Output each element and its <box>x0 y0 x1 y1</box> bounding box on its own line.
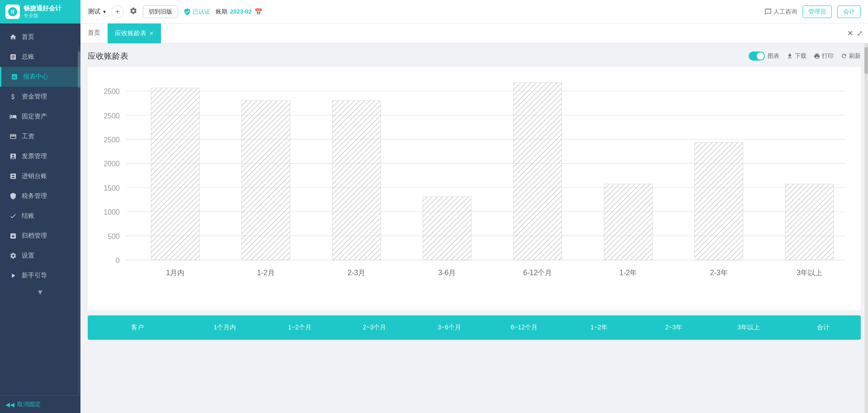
invoice-icon <box>9 152 17 160</box>
svg-text:2-3月: 2-3月 <box>348 268 365 277</box>
manager-button[interactable]: 管理员 <box>802 5 832 18</box>
svg-text:2000: 2000 <box>104 160 120 168</box>
svg-text:1-2年: 1-2年 <box>619 268 637 277</box>
svg-text:1月内: 1月内 <box>166 268 184 277</box>
company-name: 测试 <box>88 8 100 16</box>
tab-expand-button[interactable]: ⤢ <box>857 29 863 38</box>
certified-badge: 已认证 <box>184 8 210 16</box>
app-name: 畅捷通好会计 <box>24 5 61 12</box>
close-period-icon <box>9 212 17 220</box>
page-title: 应收账龄表 <box>88 51 749 61</box>
sidebar-item-guide[interactable]: 新手引导 <box>0 266 80 286</box>
svg-text:2500: 2500 <box>104 136 120 144</box>
fund-icon <box>9 93 17 101</box>
app-logo: 畅捷通好会计 专业版 <box>0 0 80 23</box>
download-button[interactable]: 下载 <box>787 52 807 60</box>
scrollbar-thumb[interactable] <box>864 47 868 74</box>
switch-version-button[interactable]: 切到旧版 <box>143 5 178 18</box>
tab-home-label: 首页 <box>88 29 100 37</box>
settings-gear-button[interactable] <box>129 7 137 17</box>
sidebar-item-inventory-label: 进销台账 <box>22 172 47 180</box>
sidebar-item-invoice[interactable]: 发票管理 <box>0 146 80 166</box>
period-display: 账期 2023-02 📅 <box>216 8 262 16</box>
sidebar-unpin-btn[interactable]: ◀◀ 取消固定 <box>0 395 80 413</box>
refresh-button[interactable]: 刷新 <box>841 52 861 60</box>
sidebar-item-ledger[interactable]: 总账 <box>0 47 80 67</box>
main-scrollbar[interactable] <box>864 43 868 413</box>
period-value: 2023-02 <box>230 8 252 15</box>
svg-text:0: 0 <box>116 256 120 264</box>
svg-rect-17 <box>151 88 199 260</box>
app-edition: 专业版 <box>24 12 61 19</box>
main-content: 应收账龄表 图表 下载 打印 刷新 2500 2500 <box>80 43 868 413</box>
ledger-icon <box>9 53 17 61</box>
svg-rect-27 <box>604 184 652 260</box>
archive-icon <box>9 232 17 240</box>
topbar: 测试 ▾ + 切到旧版 已认证 账期 2023-02 📅 人工咨询 管理员 会计 <box>80 0 868 23</box>
svg-rect-23 <box>423 197 471 260</box>
unpin-label: 取消固定 <box>17 400 41 408</box>
sidebar-item-fund[interactable]: 资金管理 <box>0 87 80 107</box>
sidebar-item-reports-label: 报表中心 <box>23 73 48 81</box>
consult-button[interactable]: 人工咨询 <box>764 8 797 16</box>
svg-rect-19 <box>242 101 290 260</box>
sidebar-item-close-label: 结账 <box>22 212 34 220</box>
certified-label: 已认证 <box>193 8 210 16</box>
salary-icon <box>9 132 17 141</box>
sidebar-item-reports[interactable]: 报表中心 <box>0 67 80 87</box>
tab-aging-label: 应收账龄表 <box>115 29 146 38</box>
bar-chart: 2500 2500 2500 2000 1500 1000 500 0 <box>97 76 852 299</box>
logo-icon <box>5 5 20 19</box>
tabbar-actions: ✕ ⤢ <box>842 29 868 38</box>
svg-text:2500: 2500 <box>104 87 120 95</box>
chart-container: 2500 2500 2500 2000 1500 1000 500 0 <box>88 67 861 310</box>
sidebar-item-ledger-label: 总账 <box>22 53 34 61</box>
sidebar-item-settings-label: 设置 <box>22 252 34 260</box>
sidebar-item-salary[interactable]: 工资 <box>0 127 80 146</box>
add-button[interactable]: + <box>111 5 124 18</box>
sidebar-item-assets[interactable]: 固定资产 <box>0 107 80 127</box>
svg-text:2-3年: 2-3年 <box>710 268 727 277</box>
svg-text:500: 500 <box>108 232 120 240</box>
tab-aging-close-icon[interactable]: ✕ <box>149 30 154 37</box>
svg-text:1500: 1500 <box>104 184 120 192</box>
sidebar-item-settings[interactable]: 设置 <box>0 246 80 266</box>
chart-toggle-label: 图表 <box>768 52 779 60</box>
table-col-1-2m: 1~2个月 <box>262 315 337 340</box>
page-header: 应收账龄表 图表 下载 打印 刷新 <box>88 51 861 61</box>
assets-icon <box>9 113 17 121</box>
svg-rect-21 <box>332 101 381 260</box>
sidebar: 畅捷通好会计 专业版 首页 总账 <box>0 0 80 413</box>
role-button[interactable]: 会计 <box>837 5 861 18</box>
sidebar-item-assets-label: 固定资产 <box>22 113 47 121</box>
table-header: 客户 1个月内 1~2个月 2~3个月 3~6个月 6~12个月 1~2年 2~… <box>88 315 861 340</box>
print-button[interactable]: 打印 <box>814 52 834 60</box>
sidebar-item-tax[interactable]: 税务管理 <box>0 186 80 206</box>
calendar-icon: 📅 <box>255 8 262 15</box>
sidebar-item-home[interactable]: 首页 <box>0 27 80 47</box>
company-chevron-icon: ▾ <box>103 9 106 15</box>
tab-close-button[interactable]: ✕ <box>847 29 853 38</box>
company-selector[interactable]: 测试 ▾ <box>88 8 106 16</box>
sidebar-item-archive[interactable]: 归档管理 <box>0 226 80 246</box>
sidebar-item-tax-label: 税务管理 <box>22 192 47 200</box>
chart-toggle[interactable] <box>749 52 765 61</box>
svg-rect-25 <box>514 83 562 260</box>
sidebar-scroll-down[interactable]: ▼ <box>0 286 80 299</box>
inventory-icon <box>9 172 17 180</box>
sidebar-item-inventory[interactable]: 进销台账 <box>0 166 80 186</box>
table-col-2-3y: 2~3年 <box>637 315 711 340</box>
table-col-1m: 1个月内 <box>188 315 262 340</box>
table-col-total: 合计 <box>786 315 861 340</box>
tab-home[interactable]: 首页 <box>80 23 108 43</box>
svg-text:1-2月: 1-2月 <box>257 268 275 277</box>
svg-text:3年以上: 3年以上 <box>797 268 822 277</box>
sidebar-item-close[interactable]: 结账 <box>0 206 80 226</box>
table-col-2-3m: 2~3个月 <box>337 315 412 340</box>
period-label: 账期 <box>216 8 227 16</box>
sidebar-item-home-label: 首页 <box>22 33 34 41</box>
chart-toggle-group: 图表 <box>749 52 779 61</box>
tab-aging[interactable]: 应收账龄表 ✕ <box>108 23 161 43</box>
svg-text:6-12个月: 6-12个月 <box>523 268 552 277</box>
sidebar-item-archive-label: 归档管理 <box>22 232 47 240</box>
